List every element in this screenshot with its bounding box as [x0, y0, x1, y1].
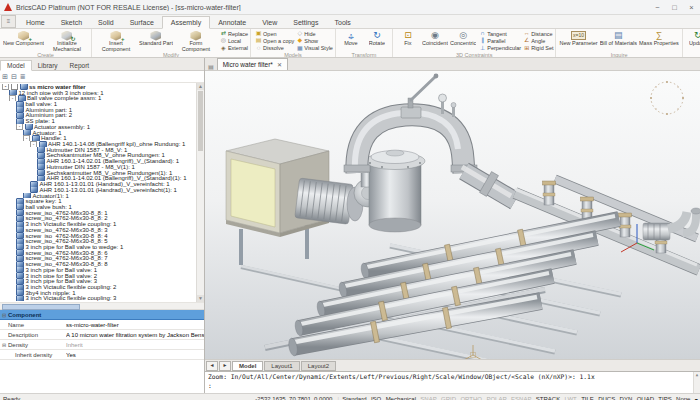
replace-button[interactable]: ⇄Replace — [220, 30, 248, 37]
local-button[interactable]: ◎Local — [220, 37, 248, 44]
angle-button[interactable]: ∠Angle — [523, 37, 553, 44]
status-toggle-tips[interactable]: TIPS — [658, 396, 671, 400]
property-value[interactable]: A 10 micron water filtration system by J… — [66, 332, 204, 338]
initialize-mechanical-structure-button[interactable]: ↻Initialize Mechanical Structure — [45, 30, 89, 52]
expand-icon[interactable]: ⊟ — [0, 342, 8, 348]
panel-tab-library[interactable]: Library — [32, 61, 64, 70]
strainer-vessel[interactable] — [365, 150, 425, 232]
property-value[interactable]: Inherit — [66, 342, 204, 348]
property-row[interactable]: DescriptionA 10 micron water filtration … — [0, 330, 204, 340]
panel-tab-model[interactable]: Model — [0, 60, 32, 71]
status-toggle-mechanical[interactable]: Mechanical — [386, 396, 416, 400]
concentric-button[interactable]: ◎Concentric — [449, 30, 477, 52]
ribbon-tab-sketch[interactable]: Sketch — [53, 17, 90, 28]
document-tab[interactable]: Micro water filter* ✕ — [217, 58, 288, 70]
command-line[interactable]: Zoom: In/Out/All/Center/Dynamic/Extents/… — [205, 371, 700, 393]
ribbon-tab-settings[interactable]: Settings — [285, 17, 326, 28]
ribbon-menu-icon[interactable]: ≡ — [1, 15, 16, 28]
viewport-canvas[interactable] — [205, 71, 700, 359]
ribbon-tab-solid[interactable]: Solid — [90, 17, 122, 28]
status-toggle-snap[interactable]: SNAP — [420, 396, 436, 400]
ribbon-tab-assembly[interactable]: Assembly — [162, 16, 210, 29]
insert-component-button[interactable]: +Insert Component — [94, 30, 138, 52]
property-row[interactable]: Inherit densityYes — [0, 350, 204, 360]
coincident-button[interactable]: ◉Coincident — [421, 30, 449, 52]
tab-close-icon[interactable]: ✕ — [277, 61, 282, 68]
rotate-button[interactable]: ↻Rotate — [364, 30, 390, 52]
update-button[interactable]: ↻Update — [685, 30, 700, 52]
status-toggle-quad[interactable]: QUAD — [637, 396, 654, 400]
tree-expander-icon[interactable]: - — [9, 95, 16, 101]
status-toggle-polar[interactable]: POLAR — [486, 396, 506, 400]
valve-unit[interactable] — [619, 213, 632, 237]
bill-of-materials-button[interactable]: ▤Bill of Materials — [599, 30, 638, 52]
command-scrollbar[interactable]: ▲ — [693, 372, 700, 393]
properties-header[interactable]: ⊟ Component — [0, 310, 204, 320]
expand-tree-icon[interactable]: ⊞ — [2, 72, 8, 81]
tree-expander-icon[interactable]: - — [16, 124, 23, 130]
property-value[interactable]: Yes — [66, 352, 204, 358]
property-row[interactable]: ⊟DensityInherit — [0, 340, 204, 350]
status-toggle-tile[interactable]: TILE — [581, 396, 594, 400]
prev-layout-icon[interactable]: ◄ — [206, 361, 218, 371]
3d-viewport[interactable] — [205, 71, 700, 359]
tree-horizontal-scrollbar[interactable] — [0, 303, 204, 310]
new-parameter-button[interactable]: x=10New Parameter — [558, 30, 598, 52]
open-a-copy-button[interactable]: ▤Open a copy — [255, 37, 294, 44]
property-value[interactable]: ss-micro-water-filter — [66, 322, 204, 328]
layout-tab-layout1[interactable]: Layout1 — [264, 361, 299, 371]
panel-tab-report[interactable]: Report — [64, 61, 96, 70]
tree-expander-icon[interactable]: - — [23, 135, 30, 141]
dissolve-button[interactable]: ◌Dissolve — [255, 45, 294, 52]
status-toggle-ducs[interactable]: DUCS — [598, 396, 615, 400]
property-row[interactable]: Namess-micro-water-filter — [0, 320, 204, 330]
ribbon-tab-tools[interactable]: Tools — [327, 17, 359, 28]
tree-vertical-scrollbar[interactable]: ▲ ▼ — [196, 83, 204, 302]
mass-properties-button[interactable]: ∑Mass Properties — [638, 30, 680, 52]
status-toggle-dyn[interactable]: DYN — [620, 396, 633, 400]
status-toggle-none[interactable]: None — [676, 396, 690, 400]
layout-tab-model[interactable]: Model — [232, 361, 263, 371]
distance-button[interactable]: ↔Distance — [523, 30, 553, 37]
fix-button[interactable]: ⊡Fix — [395, 30, 421, 52]
layout-tab-layout2[interactable]: Layout2 — [301, 361, 336, 371]
scroll-thumb[interactable] — [198, 91, 203, 151]
tree-item[interactable]: 3 inch Victaulic flexible coupling: 3 — [0, 296, 196, 302]
minimize-button[interactable]: − — [649, 1, 666, 14]
open-button[interactable]: ▣Open — [255, 30, 294, 37]
status-toggle-esnap[interactable]: ESNAP — [511, 396, 531, 400]
external-button[interactable]: ◈External — [220, 45, 248, 52]
scroll-down-icon[interactable]: ▼ — [197, 295, 204, 302]
maximize-button[interactable]: □ — [666, 1, 683, 14]
ribbon-tab-annotate[interactable]: Annotate — [210, 17, 254, 28]
move-button[interactable]: ↔↕Move — [338, 30, 364, 52]
tree-expander-icon[interactable]: - — [2, 84, 9, 90]
visual-style-button[interactable]: ▦Visual Style — [296, 45, 333, 52]
perpendicular-button[interactable]: ⊥Perpendicular — [479, 45, 521, 52]
collapse-tree-icon[interactable]: ⊟ — [11, 72, 17, 81]
ribbon-tab-surface[interactable]: Surface — [122, 17, 162, 28]
view-compass[interactable] — [650, 81, 684, 115]
ribbon-tab-view[interactable]: View — [254, 17, 285, 28]
close-button[interactable]: × — [683, 1, 700, 14]
tangent-button[interactable]: ∩Tangent — [479, 30, 521, 37]
status-toggle-standard[interactable]: Standard — [342, 396, 366, 400]
standard-part-button[interactable]: Standard Part — [138, 30, 174, 52]
show-button[interactable]: ◆Show — [296, 37, 333, 44]
status-toggle-[interactable]: ▾ — [695, 396, 698, 400]
status-toggle-strack[interactable]: STRACK — [536, 396, 560, 400]
new-component-button[interactable]: +New Component — [2, 30, 45, 52]
hscroll-thumb[interactable] — [2, 304, 80, 310]
ribbon-tab-home[interactable]: Home — [18, 17, 53, 28]
valve-unit[interactable] — [543, 181, 556, 205]
command-prompt[interactable]: : — [208, 382, 692, 391]
status-toggle-grid[interactable]: GRID — [441, 396, 456, 400]
collapse-icon[interactable]: ⊟ — [0, 312, 8, 318]
hide-button[interactable]: ◇Hide — [296, 30, 333, 37]
status-toggle-ortho[interactable]: ORTHO — [460, 396, 482, 400]
document-menu-icon[interactable]: ▤ — [205, 63, 217, 70]
next-layout-icon[interactable]: ► — [219, 361, 231, 371]
scroll-up-icon[interactable]: ▲ — [197, 83, 204, 90]
tree-options-icon[interactable]: ≣ — [20, 72, 26, 81]
status-toggle-iso[interactable]: ISO — [371, 396, 381, 400]
